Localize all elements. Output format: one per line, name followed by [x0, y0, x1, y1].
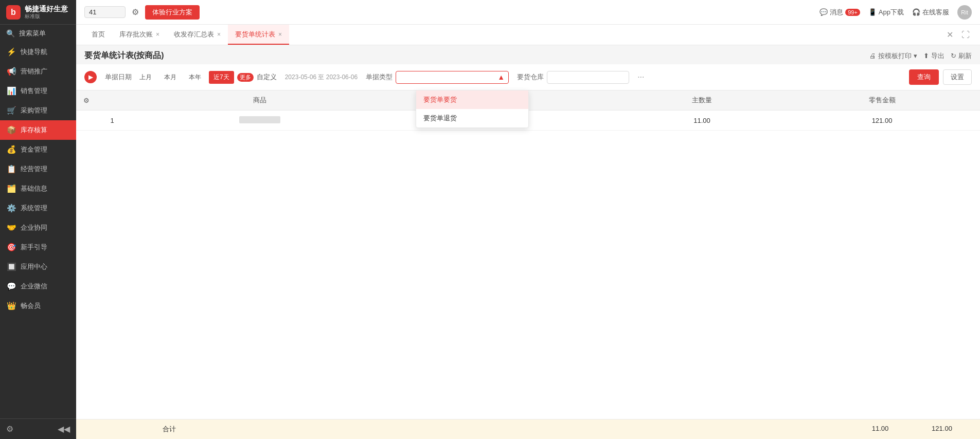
footer-label: 合计 [155, 425, 217, 434]
sidebar-item-apps[interactable]: 🔲 应用中心 [0, 257, 76, 277]
wechat-icon: 💬 [6, 282, 16, 291]
sidebar-item-system[interactable]: ⚙️ 系统管理 [0, 198, 76, 218]
date-last-month[interactable]: 上月 [135, 71, 156, 84]
tab-inventory-batch-close[interactable]: × [156, 31, 159, 38]
tab-requisition-stats-label: 要货单统计表 [235, 30, 275, 39]
date-last-7-days[interactable]: 近7天 [209, 71, 234, 84]
system-icon: ⚙️ [6, 204, 16, 213]
sidebar-item-quick-nav[interactable]: ⚡ 快捷导航 [0, 42, 76, 62]
sidebar-footer: ⚙ ◀◀ [0, 418, 76, 439]
template-print-icon: 🖨 [869, 52, 876, 60]
sidebar-item-operation[interactable]: 📋 经营管理 [0, 159, 76, 179]
table-footer: 合计 11.00 121.00 [76, 419, 980, 439]
tab-requisition-stats[interactable]: 要货单统计表 × [228, 25, 289, 45]
app-label: App下载 [879, 8, 904, 17]
refresh-icon: ↻ [951, 52, 956, 60]
col-settings-header[interactable]: ⚙ [76, 90, 97, 111]
tab-requisition-stats-close[interactable]: × [278, 31, 282, 38]
tab-inventory-batch[interactable]: 库存批次账 × [112, 25, 167, 45]
sidebar-item-basic[interactable]: 🗂️ 基础信息 [0, 179, 76, 198]
tab-close-all-btn[interactable]: ✕ [945, 30, 955, 40]
filter-expand-button[interactable]: ▶ [84, 71, 97, 83]
page-title-actions: 🖨 按模板打印 ▾ ⬆ 导出 ↻ 刷新 [869, 51, 972, 61]
filter-more-dots[interactable]: ··· [637, 72, 644, 82]
type-dropdown: 要货单要货 要货单退货 [416, 90, 529, 128]
sidebar-item-collab[interactable]: 🤝 企业协同 [0, 218, 76, 237]
collapse-button[interactable]: ◀◀ [58, 424, 70, 434]
tab-home-label: 首页 [92, 30, 105, 39]
sidebar-item-marketing[interactable]: 📢 营销推广 [0, 62, 76, 81]
sidebar: b 畅捷通好生意 标准版 🔍 搜索菜单 ⚡ 快捷导航 📢 营销推广 📊 销售管理… [0, 0, 76, 439]
query-button[interactable]: 查询 [909, 69, 939, 85]
sidebar-item-wechat[interactable]: 💬 企业微信 [0, 277, 76, 296]
service-icon: 🎧 [912, 8, 920, 16]
sidebar-item-vip[interactable]: 👑 畅会员 [0, 296, 76, 316]
app-download-button[interactable]: 📱 App下载 [868, 8, 904, 17]
message-button[interactable]: 💬 消息 99+ [819, 8, 860, 17]
tab-bar-extra: ✕ ⛶ [945, 25, 972, 45]
product-placeholder [239, 116, 280, 123]
filter-panel: ▶ 单据日期 上月 本月 本年 近7天 更多 自定义 2023-05-06 至 … [76, 64, 980, 90]
sidebar-item-label: 库存核算 [21, 125, 70, 135]
page-body: 要货单统计表(按商品) 🖨 按模板打印 ▾ ⬆ 导出 ↻ 刷新 ▶ [76, 45, 980, 439]
export-button[interactable]: ⬆ 导出 [923, 51, 945, 61]
template-print-label: 按模板打印 [878, 51, 912, 61]
sidebar-item-guide[interactable]: 🎯 新手引导 [0, 237, 76, 257]
filter-date-group: 单据日期 上月 本月 本年 近7天 更多 自定义 [105, 71, 277, 84]
sidebar-logo: b 畅捷通好生意 标准版 [0, 0, 76, 25]
column-settings-icon[interactable]: ⚙ [83, 97, 90, 104]
sidebar-item-sales[interactable]: 📊 销售管理 [0, 81, 76, 101]
sidebar-item-label: 系统管理 [21, 204, 70, 213]
message-icon: 💬 [819, 8, 828, 16]
row-amount-cell: 121.00 [784, 111, 980, 131]
tab-recv-summary-close[interactable]: × [217, 31, 221, 38]
main-content: ⚙ 体验行业方案 💬 消息 99+ 📱 App下载 🎧 在线客服 Rit [76, 0, 980, 439]
finance-icon: 💰 [6, 145, 16, 154]
dropdown-item-requisition-return[interactable]: 要货单退货 [416, 109, 528, 127]
refresh-label: 刷新 [958, 51, 972, 61]
settings-button[interactable]: ⚙ [6, 424, 13, 434]
avatar[interactable]: Rit [957, 5, 972, 20]
tab-home[interactable]: 首页 [84, 25, 112, 45]
header-gear-icon[interactable]: ⚙ [132, 7, 139, 17]
online-service-button[interactable]: 🎧 在线客服 [912, 8, 949, 17]
collab-icon: 🤝 [6, 223, 16, 232]
date-this-month[interactable]: 本月 [159, 71, 181, 84]
search-icon: 🔍 [6, 29, 15, 38]
type-arrow-icon[interactable]: ▲ [497, 73, 505, 81]
message-badge: 99+ [845, 9, 860, 16]
header-right: 💬 消息 99+ 📱 App下载 🎧 在线客服 Rit [819, 5, 972, 20]
basic-icon: 🗂️ [6, 184, 16, 193]
industry-btn[interactable]: 体验行业方案 [145, 5, 200, 20]
inventory-icon: 📦 [6, 125, 16, 135]
export-icon: ⬆ [923, 52, 929, 60]
tab-recv-summary-label: 收发存汇总表 [174, 30, 214, 39]
sidebar-search[interactable]: 🔍 搜索菜单 [0, 25, 76, 42]
tab-expand-btn[interactable]: ⛶ [959, 30, 972, 40]
sidebar-item-label: 畅会员 [21, 301, 70, 310]
col-index-header [97, 90, 128, 111]
sidebar-item-label: 资金管理 [21, 145, 70, 154]
col-product-header: 商品 [128, 90, 392, 111]
tab-count-input[interactable] [84, 6, 126, 18]
marketing-icon: 📢 [6, 67, 16, 76]
date-more-badge[interactable]: 更多 [237, 73, 254, 82]
type-input[interactable] [396, 71, 509, 84]
tab-bar: 首页 库存批次账 × 收发存汇总表 × 要货单统计表 × ✕ ⛶ [76, 25, 980, 45]
sidebar-item-purchase[interactable]: 🛒 采购管理 [0, 101, 76, 120]
template-print-arrow: ▾ [914, 52, 917, 60]
warehouse-input[interactable] [547, 71, 629, 84]
data-table-container: ⚙ 商品 主计量单位 主数量 零售金额 1 [76, 90, 980, 419]
sidebar-item-label: 快捷导航 [21, 47, 70, 57]
date-this-year[interactable]: 本年 [184, 71, 206, 84]
sidebar-item-inventory[interactable]: 📦 库存核算 [0, 120, 76, 140]
tab-recv-summary[interactable]: 收发存汇总表 × [167, 25, 228, 45]
dropdown-item-requisition-order[interactable]: 要货单要货 [416, 90, 528, 109]
page-title-bar: 要货单统计表(按商品) 🖨 按模板打印 ▾ ⬆ 导出 ↻ 刷新 [76, 45, 980, 64]
refresh-button[interactable]: ↻ 刷新 [951, 51, 972, 61]
sidebar-item-finance[interactable]: 💰 资金管理 [0, 140, 76, 159]
date-custom[interactable]: 自定义 [257, 72, 277, 82]
warehouse-label: 要货仓库 [517, 72, 544, 82]
template-print-button[interactable]: 🖨 按模板打印 ▾ [869, 51, 917, 61]
settings-button[interactable]: 设置 [943, 69, 972, 85]
